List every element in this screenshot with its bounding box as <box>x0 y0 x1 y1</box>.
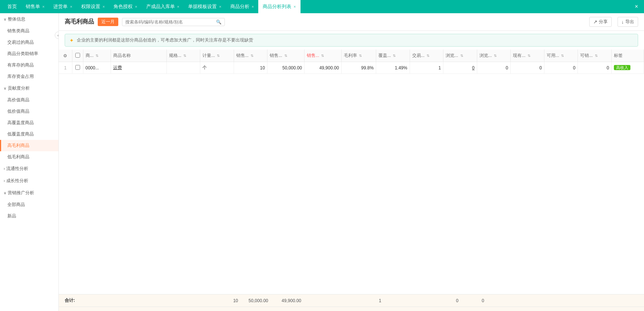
close-permission-icon[interactable]: × <box>102 4 105 9</box>
th-tag[interactable]: 标签 <box>611 50 644 62</box>
cell-code: 0000... <box>83 62 111 74</box>
close-finished-goods-icon[interactable]: × <box>177 4 179 9</box>
nav-product-analysis-list[interactable]: 商品分析列表 × <box>258 0 300 13</box>
sort-code-icon[interactable]: ⇅ <box>96 54 98 58</box>
cell-current-stock: 0 <box>511 62 544 74</box>
sidebar-section-liquidity[interactable]: › 流通性分析 <box>0 163 58 175</box>
sidebar-section-contribution[interactable]: ∨ 贡献度分析 <box>0 82 58 94</box>
row-checkbox[interactable] <box>75 65 80 70</box>
close-template-settings-icon[interactable]: × <box>219 4 221 9</box>
sort-available-icon[interactable]: ⇅ <box>561 54 564 58</box>
th-trade[interactable]: 交易... ⇅ <box>410 50 443 62</box>
th-browse2[interactable]: 浏览... ⇅ <box>477 50 511 62</box>
horizontal-scrollbar[interactable] <box>59 307 644 311</box>
sort-sales-amount-icon[interactable]: ⇅ <box>284 54 287 58</box>
share-icon: ↗ <box>593 19 597 25</box>
sidebar-item-low-value[interactable]: 低价值商品 <box>0 106 58 117</box>
export-icon: ↓ <box>622 19 624 25</box>
sidebar-item-category-rate[interactable]: 商品分类助销率 <box>0 48 58 59</box>
footer-sales-profit: 49,900.00 <box>271 298 304 303</box>
select-all-checkbox[interactable] <box>75 53 80 58</box>
nav-sales-order[interactable]: 销售单 × <box>21 0 49 13</box>
th-name[interactable]: 商品名称 <box>111 50 166 62</box>
th-code[interactable]: 商... ⇅ <box>83 50 111 62</box>
th-coverage[interactable]: 覆盖... ⇅ <box>376 50 410 62</box>
main-layout: « ∨ 整体信息 销售类商品 交易过的商品 商品分类助销率 有库存的商品 库存资… <box>0 13 644 311</box>
cell-name[interactable]: 运费 <box>111 62 166 74</box>
cell-browse2: 0 <box>477 62 511 74</box>
cell-checkbox[interactable] <box>72 62 83 74</box>
sidebar-section-growth[interactable]: › 成长性分析 <box>0 175 58 187</box>
section-arrow-liquidity: › <box>4 167 5 171</box>
sort-sales-profit-icon[interactable]: ⇅ <box>321 54 324 58</box>
sort-sales-qty-icon[interactable]: ⇅ <box>251 54 253 58</box>
nav-permission-settings[interactable]: 权限设置 × <box>77 0 109 13</box>
nav-product-analysis[interactable]: 商品分析 × <box>226 0 258 13</box>
close-product-analysis-list-icon[interactable]: × <box>294 4 296 9</box>
section-arrow-growth: › <box>4 179 5 183</box>
nav-role-auth[interactable]: 角色授权 × <box>109 0 141 13</box>
sort-unit-icon[interactable]: ⇅ <box>217 54 220 58</box>
th-current-stock[interactable]: 现有... ⇅ <box>511 50 544 62</box>
sidebar-item-low-coverage[interactable]: 低覆盖度商品 <box>0 129 58 140</box>
search-icon[interactable]: 🔍 <box>216 19 222 25</box>
cell-available: 0 <box>544 62 578 74</box>
footer-available: 0 <box>458 298 484 303</box>
th-sales-amount[interactable]: 销售... ⇅ <box>267 50 305 62</box>
close-sales-order-icon[interactable]: × <box>42 4 44 9</box>
sidebar-section-overall-info[interactable]: ∨ 整体信息 <box>0 13 58 25</box>
search-input[interactable] <box>125 19 215 25</box>
sidebar-item-stock-capital[interactable]: 库存资金占用 <box>0 71 58 82</box>
sidebar-item-high-margin[interactable]: 高毛利商品 <box>0 140 58 151</box>
top-nav: 首页 销售单 × 进货单 × 权限设置 × 角色授权 × 产成品入库单 × 单据… <box>0 0 644 13</box>
nav-home[interactable]: 首页 <box>3 0 21 13</box>
sidebar-item-traded-goods[interactable]: 交易过的商品 <box>0 37 58 48</box>
close-purchase-order-icon[interactable]: × <box>70 4 72 9</box>
sort-trade-icon[interactable]: ⇅ <box>427 54 429 58</box>
th-unit[interactable]: 计量... ⇅ <box>200 50 234 62</box>
data-table: ⚙ 商... ⇅ 商品名称 规格... <box>59 50 644 74</box>
search-box: 🔍 <box>122 18 225 26</box>
sidebar-item-high-coverage[interactable]: 高覆盖度商品 <box>0 117 58 129</box>
export-button[interactable]: ↓ 导出 <box>618 17 638 27</box>
sidebar-item-sales-goods[interactable]: 销售类商品 <box>0 25 58 37</box>
footer-current-stock: 0 <box>433 298 458 303</box>
sort-current-stock-icon[interactable]: ⇅ <box>528 54 530 58</box>
nav-window-close-icon[interactable]: × <box>632 3 641 10</box>
sort-sellable-icon[interactable]: ⇅ <box>595 54 598 58</box>
sort-browse2-icon[interactable]: ⇅ <box>494 54 497 58</box>
nav-purchase-order[interactable]: 进货单 × <box>49 0 76 13</box>
sidebar-item-high-value[interactable]: 高价值商品 <box>0 94 58 106</box>
sidebar-item-new-goods[interactable]: 新品 <box>0 210 58 222</box>
settings-icon[interactable]: ⚙ <box>63 53 67 58</box>
th-checkbox[interactable] <box>72 50 83 62</box>
sort-coverage-icon[interactable]: ⇅ <box>393 54 396 58</box>
th-spec[interactable]: 规格... ⇅ <box>166 50 200 62</box>
th-sales-qty[interactable]: 销售... ⇅ <box>234 50 267 62</box>
cell-trade: 1 <box>410 62 443 74</box>
sort-spec-icon[interactable]: ⇅ <box>183 54 186 58</box>
sort-gross-rate-icon[interactable]: ⇅ <box>359 54 362 58</box>
share-button[interactable]: ↗ 分享 <box>589 17 612 27</box>
table-header-row: ⚙ 商... ⇅ 商品名称 规格... <box>59 50 644 62</box>
content-header: 高毛利商品 近一月 🔍 ↗ 分享 ↓ 导出 <box>59 13 644 31</box>
nav-finished-goods[interactable]: 产成品入库单 × <box>142 0 184 13</box>
filter-recent-month-button[interactable]: 近一月 <box>98 18 118 26</box>
th-settings[interactable]: ⚙ <box>59 50 72 62</box>
sidebar-item-all-goods[interactable]: 全部商品 <box>0 199 58 210</box>
sidebar-item-stocked-goods[interactable]: 有库存的商品 <box>0 59 58 71</box>
sidebar-section-marketing[interactable]: ∨ 营销推广分析 <box>0 187 58 199</box>
th-available[interactable]: 可用... ⇅ <box>544 50 578 62</box>
nav-template-settings[interactable]: 单据模板设置 × <box>184 0 226 13</box>
th-sellable[interactable]: 可销... ⇅ <box>578 50 612 62</box>
cell-sales-profit: 49,900.00 <box>304 62 341 74</box>
close-role-auth-icon[interactable]: × <box>135 4 137 9</box>
sidebar-item-low-margin[interactable]: 低毛利商品 <box>0 151 58 163</box>
close-product-analysis-icon[interactable]: × <box>252 4 254 9</box>
cell-browse1[interactable]: 0 <box>443 62 477 74</box>
th-sales-profit[interactable]: 销售... ⇅ <box>304 50 341 62</box>
sort-browse1-icon[interactable]: ⇅ <box>460 54 463 58</box>
section-arrow-marketing: ∨ <box>4 191 6 195</box>
th-browse1[interactable]: 浏览... ⇅ <box>443 50 477 62</box>
th-gross-rate[interactable]: 毛利率 ⇅ <box>341 50 376 62</box>
